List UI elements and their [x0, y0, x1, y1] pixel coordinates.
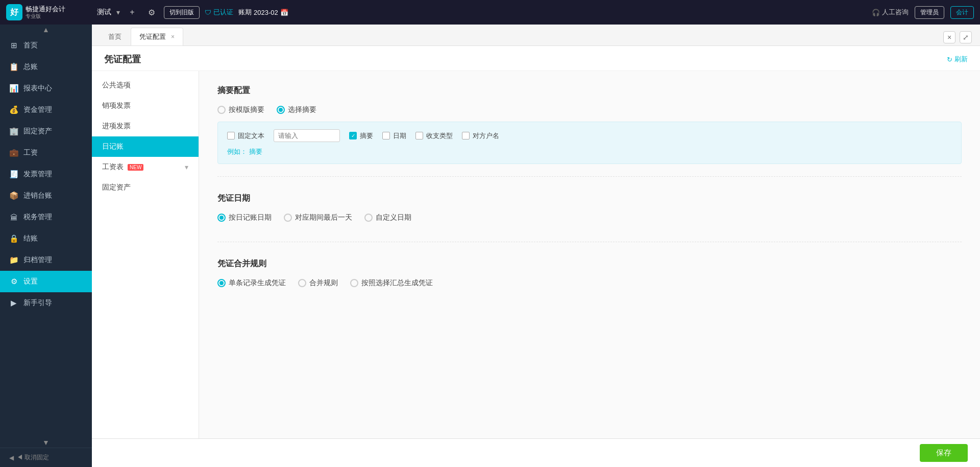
checkbox-counterpart[interactable]: 对方户名	[462, 131, 499, 141]
sidebar-item-purchase[interactable]: 📦 进销台账	[0, 185, 92, 206]
left-nav-sales-invoice[interactable]: 销项发票	[92, 96, 199, 116]
sidebar-scroll-down[interactable]: ▼	[0, 437, 92, 448]
sidebar-item-guide[interactable]: ▶ 新手引导	[0, 292, 92, 314]
radio-custom-date[interactable]: 自定义日期	[364, 213, 411, 222]
radio-label-template: 按模版摘要	[229, 105, 264, 114]
radio-select-merge[interactable]: 按照选择汇总生成凭证	[350, 278, 433, 288]
sidebar-item-archive[interactable]: 📁 归档管理	[0, 249, 92, 271]
radio-circle-journal-date	[217, 214, 226, 222]
bottom-bar: 保存	[92, 438, 980, 467]
radio-template-abstract[interactable]: 按模版摘要	[217, 105, 264, 114]
left-nav-sales-label: 销项发票	[102, 101, 131, 109]
sidebar-label-home: 首页	[23, 41, 38, 50]
add-button[interactable]: +	[125, 5, 139, 19]
right-config: 摘要配置 按模版摘要 选择摘要	[199, 71, 980, 438]
sidebar-item-salary[interactable]: 💼 工资	[0, 142, 92, 164]
logo-text: 畅捷通好会计 专业版	[26, 5, 65, 19]
checkbox-box-fixed-text	[227, 132, 235, 139]
checkbox-box-date	[382, 132, 390, 139]
headset-icon: 🎧	[872, 9, 880, 16]
checkbox-payment-type[interactable]: 收支类型	[415, 131, 453, 141]
left-nav-journal[interactable]: 日记账	[92, 136, 199, 157]
tab-close-button[interactable]: ×	[943, 31, 955, 43]
save-button[interactable]: 保存	[920, 444, 968, 462]
merge-config-section: 凭证合并规则 单条记录生成凭证 合并规则	[217, 259, 962, 307]
consult-button[interactable]: 🎧 人工咨询	[872, 8, 909, 17]
sidebar-item-finance[interactable]: 💰 资金管理	[0, 99, 92, 121]
page-title: 凭证配置	[104, 53, 141, 65]
content-area: 首页 凭证配置 × × ⤢ 凭证配置 ↻ 刷新	[92, 25, 980, 467]
home-icon: ⊞	[9, 41, 18, 50]
collapse-label: ◀ 取消固定	[17, 453, 49, 462]
settings-icon-button[interactable]: ⚙	[144, 5, 159, 19]
checkbox-box-counterpart	[462, 132, 470, 139]
checkbox-fixed-text[interactable]: 固定文本	[227, 131, 264, 141]
sidebar: ▲ ⊞ 首页 📋 总账 📊 报表中心 💰 资金管理 🏢 固定资产	[0, 25, 92, 467]
sidebar-scroll: ⊞ 首页 📋 总账 📊 报表中心 💰 资金管理 🏢 固定资产 💼 工资	[0, 35, 92, 437]
refresh-label: 刷新	[954, 55, 968, 64]
refresh-icon: ↻	[947, 56, 952, 63]
sidebar-label-close: 结账	[23, 234, 38, 243]
sidebar-item-assets[interactable]: 🏢 固定资产	[0, 121, 92, 142]
tab-close-icon[interactable]: ×	[171, 33, 175, 40]
main-layout: ▲ ⊞ 首页 📋 总账 📊 报表中心 💰 资金管理 🏢 固定资产	[0, 25, 980, 467]
accountant-button[interactable]: 会计	[950, 6, 974, 19]
ledger-icon: 📋	[9, 62, 18, 72]
certified-label: 已认证	[213, 8, 233, 17]
sidebar-label-guide: 新手引导	[23, 298, 52, 308]
abstract-checkboxes: 固定文本 ✓ 摘要 日期	[227, 129, 952, 142]
radio-single-record[interactable]: 单条记录生成凭证	[217, 278, 286, 288]
checkbox-summary[interactable]: ✓ 摘要	[349, 131, 373, 141]
tab-voucher-config[interactable]: 凭证配置 ×	[131, 28, 183, 45]
radio-label-merge-rule: 合并规则	[309, 278, 338, 288]
period-info: 账期 2023-02 📅	[238, 8, 288, 17]
date-radio-group: 按日记账日期 对应期间最后一天 自定义日期	[217, 213, 962, 222]
payroll-arrow-icon: ▾	[185, 163, 188, 171]
period-value: 2023-02	[254, 9, 278, 16]
checkbox-label-counterpart: 对方户名	[473, 131, 499, 141]
sidebar-item-home[interactable]: ⊞ 首页	[0, 35, 92, 56]
checkbox-label-payment-type: 收支类型	[426, 131, 453, 141]
sidebar-item-ledger[interactable]: 📋 总账	[0, 56, 92, 78]
sidebar-item-settings[interactable]: ⚙ 设置	[0, 271, 92, 292]
fixed-text-input[interactable]	[274, 129, 340, 142]
left-nav: 公共选项 销项发票 进项发票 日记账 工资表 NEW ▾	[92, 71, 199, 438]
project-title: 测试	[97, 8, 111, 17]
left-nav-purchase-invoice[interactable]: 进项发票	[92, 116, 199, 136]
radio-merge-rule[interactable]: 合并规则	[298, 278, 338, 288]
sidebar-item-tax[interactable]: 🏛 税务管理	[0, 206, 92, 228]
left-nav-public[interactable]: 公共选项	[92, 75, 199, 96]
radio-label-custom-date: 自定义日期	[376, 213, 411, 222]
dropdown-arrow-icon[interactable]: ▾	[116, 8, 120, 16]
sidebar-item-reports[interactable]: 📊 报表中心	[0, 78, 92, 99]
radio-label-single-record: 单条记录生成凭证	[229, 278, 286, 288]
checkbox-label-fixed-text: 固定文本	[238, 131, 264, 141]
left-nav-public-label: 公共选项	[102, 81, 131, 89]
sidebar-label-tax: 税务管理	[23, 213, 52, 222]
radio-journal-date[interactable]: 按日记账日期	[217, 213, 272, 222]
sidebar-item-close[interactable]: 🔒 结账	[0, 228, 92, 249]
tab-expand-button[interactable]: ⤢	[960, 31, 972, 43]
left-nav-payroll[interactable]: 工资表 NEW ▾	[92, 157, 199, 177]
topbar-right: 🎧 人工咨询 管理员 会计	[872, 6, 974, 19]
sidebar-collapse-button[interactable]: ◀ ◀ 取消固定	[0, 448, 92, 467]
logo-icon: 好	[6, 4, 22, 20]
page-header: 凭证配置 ↻ 刷新	[92, 46, 980, 71]
radio-select-abstract[interactable]: 选择摘要	[277, 105, 316, 114]
calendar-icon[interactable]: 📅	[280, 9, 288, 16]
tab-home[interactable]: 首页	[100, 28, 130, 45]
checkbox-date[interactable]: 日期	[382, 131, 406, 141]
radio-label-select-merge: 按照选择汇总生成凭证	[361, 278, 433, 288]
radio-label-last-day: 对应期间最后一天	[295, 213, 352, 222]
refresh-button[interactable]: ↻ 刷新	[947, 55, 968, 64]
radio-last-day[interactable]: 对应期间最后一天	[284, 213, 352, 222]
left-nav-journal-label: 日记账	[102, 142, 124, 150]
sidebar-item-invoice[interactable]: 🧾 发票管理	[0, 164, 92, 185]
date-section-title: 凭证日期	[217, 193, 962, 204]
sidebar-scroll-up[interactable]: ▲	[0, 25, 92, 35]
admin-button[interactable]: 管理员	[915, 6, 944, 19]
certified-badge: 🛡 已认证	[205, 8, 233, 17]
abstract-config-section: 摘要配置 按模版摘要 选择摘要	[217, 85, 962, 177]
switch-version-button[interactable]: 切到旧版	[164, 6, 200, 19]
left-nav-fixed-assets[interactable]: 固定资产	[92, 177, 199, 198]
